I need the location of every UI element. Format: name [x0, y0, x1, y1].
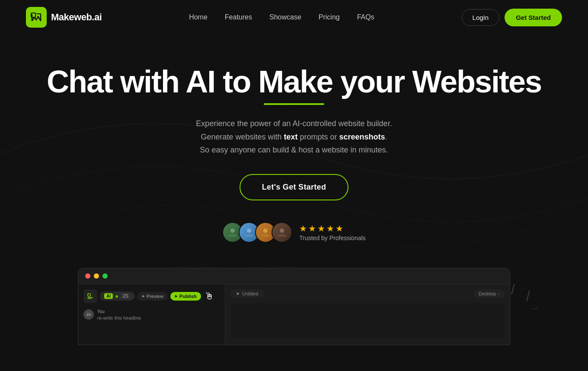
avatar-group [222, 222, 292, 243]
svg-point-4 [230, 228, 235, 233]
hero-title: Chat with AI to Make your Websites [0, 65, 588, 99]
titlebar-dot-red [85, 273, 90, 279]
hero-desc-suffix: . [385, 133, 387, 141]
hero-desc-line1: Experience the power of an AI-controlled… [196, 119, 392, 128]
titlebar-dot-yellow [94, 273, 99, 279]
star-1: ★ [299, 223, 307, 234]
preview-label: Preview [147, 294, 163, 299]
hero-desc-line3: So easy anyone can build & host a websit… [200, 146, 388, 154]
logo-icon [26, 7, 47, 28]
nav-features[interactable]: Features [225, 13, 252, 21]
desktop-selector[interactable]: Desktop › [473, 289, 505, 298]
svg-marker-9 [142, 295, 145, 298]
ai-label: AI [104, 293, 113, 299]
app-mockup: AI ZS Preview Publish 🖱 [78, 268, 510, 345]
svg-marker-10 [175, 295, 178, 298]
star-2: ★ [308, 223, 316, 234]
svg-point-6 [263, 228, 268, 233]
hero-desc-line2-prefix: Generate websites with [201, 133, 284, 141]
get-started-nav-button[interactable]: Get Started [505, 9, 562, 26]
preview-button[interactable]: Preview [137, 292, 168, 301]
tab-label: Untitled [242, 291, 258, 296]
hero-description: Experience the power of an AI-controlled… [0, 117, 588, 157]
nav-pricing[interactable]: Pricing [319, 13, 340, 21]
mockup-body: AI ZS Preview Publish 🖱 [78, 284, 510, 345]
cursor-pointer-icon: 🖱 [205, 292, 214, 301]
rating-container: ★ ★ ★ ★ ★ Trusted by Professionals [299, 223, 366, 241]
brand-name: Makeweb.ai [51, 12, 102, 23]
titlebar-dot-green [102, 273, 108, 279]
svg-rect-8 [88, 294, 90, 296]
hero-desc-bold2: screenshots [339, 133, 385, 141]
chat-avatar-zs: Zs [83, 309, 94, 320]
avatar [272, 222, 292, 243]
chat-content: You re-write this headline [97, 309, 141, 320]
svg-point-7 [280, 228, 284, 233]
hero-underline-decoration [264, 103, 324, 105]
nav-showcase[interactable]: Showcase [269, 13, 301, 21]
logo-link[interactable]: Makeweb.ai [26, 7, 102, 28]
publish-button[interactable]: Publish [170, 292, 201, 301]
chat-zs-label: Zs [86, 312, 91, 317]
nav-home[interactable]: Home [189, 13, 208, 21]
star-5: ★ [336, 223, 343, 234]
star-3: ★ [317, 223, 325, 234]
svg-point-5 [247, 228, 251, 233]
chat-text: re-write this headline [97, 315, 141, 320]
nav-actions: LogIn Get Started [462, 9, 562, 26]
chat-you-label: You [97, 309, 141, 314]
sidebar-icon [83, 289, 97, 303]
mockup-main: Untitled Desktop › [225, 284, 510, 345]
hero-desc-bold1: text [284, 133, 297, 141]
publish-label: Publish [179, 294, 197, 299]
chevron-right-icon: › [498, 291, 499, 296]
hero-section: Chat with AI to Make your Websites Exper… [0, 35, 588, 243]
star-rating: ★ ★ ★ ★ ★ [299, 223, 343, 234]
mockup-sidebar: AI ZS Preview Publish 🖱 [78, 284, 225, 345]
mockup-titlebar [78, 268, 510, 284]
cta-button[interactable]: Let's Get Started [240, 174, 348, 200]
hero-desc-middle: prompts or [298, 133, 339, 141]
login-button[interactable]: LogIn [462, 9, 500, 26]
tab-untitled[interactable]: Untitled [230, 289, 264, 298]
social-proof: ★ ★ ★ ★ ★ Trusted by Professionals [0, 222, 588, 243]
trust-text: Trusted by Professionals [299, 235, 366, 241]
nav-links: Home Features Showcase Pricing FAQs [189, 13, 374, 21]
preview-content [230, 303, 505, 338]
navbar: Makeweb.ai Home Features Showcase Pricin… [0, 0, 588, 35]
mockup-topbar: Untitled Desktop › [230, 289, 505, 298]
ai-toolbar-badge[interactable]: AI ZS [100, 292, 135, 301]
desktop-label: Desktop [479, 291, 496, 296]
svg-marker-11 [237, 292, 240, 295]
chat-message: Zs You re-write this headline [83, 309, 220, 320]
zs-label: ZS [121, 293, 131, 299]
nav-faqs[interactable]: FAQs [357, 13, 374, 21]
star-4: ★ [326, 223, 334, 234]
